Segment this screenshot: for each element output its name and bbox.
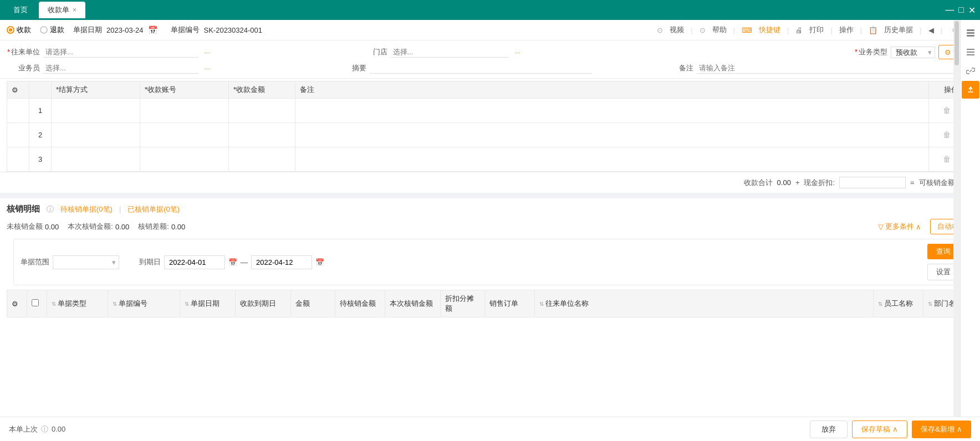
side-icon-link[interactable] <box>962 62 979 80</box>
radio-receipt-label: 收款 <box>17 25 31 35</box>
td-remark-2[interactable] <box>295 123 929 147</box>
hx-done-tab[interactable]: 已核销单据(0笔) <box>127 204 180 214</box>
hx-sort-num[interactable]: ⇅ <box>113 301 117 307</box>
hx-sort-date[interactable]: ⇅ <box>185 301 189 307</box>
operation-btn[interactable]: 操作 <box>839 25 854 35</box>
th-settings[interactable]: ⚙ <box>7 81 29 99</box>
due-date-from-cal-icon[interactable]: 📅 <box>228 258 237 266</box>
side-icon-export[interactable] <box>962 81 979 99</box>
top-toolbar: 收款 退款 单据日期 2023-03-24 📅 单据编号 SK-20230324… <box>0 20 980 40</box>
side-icon-table[interactable] <box>962 24 979 42</box>
sum-row: 收款合计 0.00 + 现金折扣: = 可核销金额 0.00 <box>0 172 980 193</box>
close-icon[interactable]: ✕ <box>968 5 976 16</box>
hx-info-icon[interactable]: ⓘ <box>47 204 54 214</box>
hx-th-discount: 折扣分摊额 <box>441 290 485 317</box>
partner-more-icon[interactable]: ··· <box>204 48 210 57</box>
history-btn[interactable]: 历史单据 <box>884 25 913 35</box>
staff-more-icon[interactable]: ··· <box>204 64 210 73</box>
print-btn[interactable]: 打印 <box>809 25 824 35</box>
hx-stat-uncancelled: 未核销金额 0.00 <box>7 222 59 232</box>
partner-input[interactable] <box>43 47 198 58</box>
store-input[interactable] <box>391 47 509 58</box>
td-settle-3[interactable] <box>52 147 140 172</box>
delete-icon-1[interactable]: 🗑 <box>943 106 951 115</box>
last-order-label: 本单上次 <box>9 424 38 434</box>
hx-current-val: 0.00 <box>115 223 129 231</box>
hx-pending-tab[interactable]: 待核销单据(0笔) <box>60 204 113 214</box>
filter-icon: ▽ <box>878 223 884 231</box>
hx-sort-staff[interactable]: ⇅ <box>878 301 882 307</box>
hx-settings-icon: ⚙ <box>12 300 18 308</box>
scroll-thumb[interactable] <box>955 21 959 65</box>
doc-num-value: SK-20230324-001 <box>204 26 263 34</box>
td-account-1[interactable] <box>140 99 229 123</box>
hx-discount-label: 折扣分摊额 <box>445 294 474 312</box>
range-select[interactable] <box>53 255 119 269</box>
hx-select-all-checkbox[interactable] <box>32 299 39 306</box>
calendar-icon[interactable]: 📅 <box>148 25 157 34</box>
td-account-3[interactable] <box>140 147 229 172</box>
remark-input[interactable] <box>697 63 973 74</box>
td-settle-1[interactable] <box>52 99 140 123</box>
last-order-info-icon[interactable]: ⓘ <box>41 424 48 434</box>
svg-rect-3 <box>967 49 974 50</box>
more-conditions-btn[interactable]: ▽ 更多条件 ∧ <box>878 222 921 232</box>
scrollbar[interactable] <box>953 20 960 441</box>
bottom-left: 本单上次 ⓘ 0.00 <box>9 424 65 434</box>
delete-icon-3[interactable]: 🗑 <box>943 155 951 164</box>
summary-input[interactable] <box>370 63 591 74</box>
hx-num-label: 单据编号 <box>119 299 147 307</box>
tab-close-icon[interactable]: × <box>73 6 76 14</box>
hx-stat-current: 本次核销金额: 0.00 <box>68 222 129 232</box>
hx-sort-type[interactable]: ⇅ <box>52 301 56 307</box>
staff-input[interactable] <box>43 63 198 74</box>
tab-active[interactable]: 收款单 × <box>39 2 85 18</box>
hx-th-settings[interactable]: ⚙ <box>7 290 27 317</box>
hx-th-date: ⇅ 单据日期 <box>180 290 236 317</box>
range-field: 单据范围 <box>21 255 119 269</box>
tab-bar-right: — □ ✕ <box>945 5 976 16</box>
prev-icon[interactable]: ◀ <box>928 26 934 34</box>
sum-label1: 收款合计 <box>744 178 773 188</box>
video-btn[interactable]: 视频 <box>670 25 684 35</box>
hx-diff-label: 核销差额: <box>138 222 169 232</box>
tab-bar-left: 首页 收款单 × <box>4 2 85 18</box>
td-remark-1[interactable] <box>295 99 929 123</box>
delete-icon-2[interactable]: 🗑 <box>943 130 951 140</box>
td-amount-1[interactable] <box>229 99 295 123</box>
remark-field: 备注 <box>660 63 973 74</box>
business-type-select[interactable]: 预收款 <box>891 47 935 58</box>
radio-refund[interactable]: 退款 <box>40 25 64 35</box>
save-new-btn[interactable]: 保存&新增 ∧ <box>912 421 971 438</box>
radio-receipt[interactable]: 收款 <box>7 25 31 35</box>
due-date-to-cal-icon[interactable]: 📅 <box>315 258 324 266</box>
doc-num-label: 单据编号 <box>171 25 200 35</box>
save-draft-btn[interactable]: 保存草稿 ∧ <box>852 421 907 438</box>
store-more-icon[interactable]: ··· <box>514 48 520 57</box>
svg-rect-4 <box>967 52 974 53</box>
help-btn[interactable]: 帮助 <box>712 25 727 35</box>
main-content: 收款 退款 单据日期 2023-03-24 📅 单据编号 SK-20230324… <box>0 20 980 441</box>
shortcut-icon: ⌨ <box>742 26 752 34</box>
td-account-2[interactable] <box>140 123 229 147</box>
td-amount-2[interactable] <box>229 123 295 147</box>
minimize-icon[interactable]: — <box>945 5 954 15</box>
hx-sort-dept[interactable]: ⇅ <box>928 301 932 307</box>
hx-th-staff: ⇅ 员工名称 <box>874 290 923 317</box>
discard-btn[interactable]: 放弃 <box>810 421 848 438</box>
shortcut-btn[interactable]: 快捷键 <box>759 25 780 35</box>
side-icon-list[interactable] <box>962 43 979 61</box>
hx-th-checkbox[interactable] <box>27 290 47 317</box>
due-date-from-input[interactable] <box>164 255 225 269</box>
cash-discount-input[interactable] <box>839 177 906 188</box>
hx-th-pending: 待核销金额 <box>335 290 385 317</box>
hx-sort-partner[interactable]: ⇅ <box>539 301 544 307</box>
td-remark-3[interactable] <box>295 147 929 172</box>
td-settle-2[interactable] <box>52 123 140 147</box>
tab-home[interactable]: 首页 <box>4 2 37 18</box>
table-header-row: ⚙ *结算方式 *收款账号 *收款金额 备注 操作 <box>7 81 973 99</box>
maximize-icon[interactable]: □ <box>958 5 964 15</box>
td-amount-3[interactable] <box>229 147 295 172</box>
due-date-to-input[interactable] <box>251 255 312 269</box>
hx-uncancelled-val: 0.00 <box>45 223 59 231</box>
